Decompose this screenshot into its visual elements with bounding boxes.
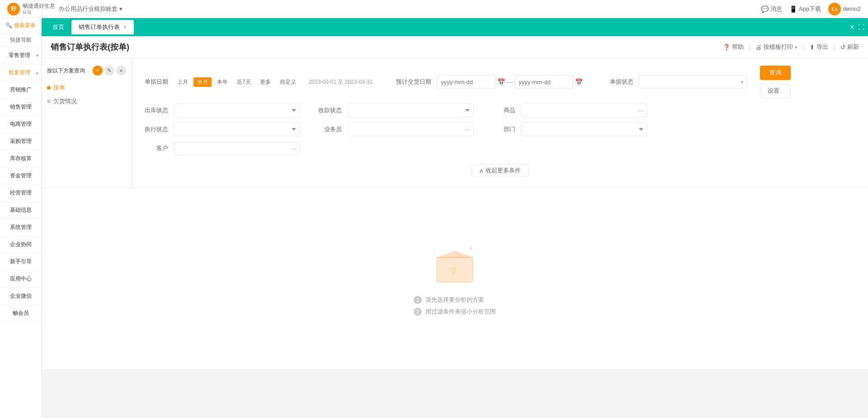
step-2-text: 用过滤条件来缩小分析范围 — [425, 308, 496, 316]
breadcrumb-text: 办公用品行业模拟账套 — [59, 5, 118, 13]
customer-more-btn[interactable]: ··· — [291, 145, 297, 152]
app-download-btn[interactable]: 📱 App下载 — [789, 5, 821, 13]
home-tab-label: 首页 — [52, 23, 64, 31]
inactive-dot — [47, 100, 51, 103]
help-btn[interactable]: ❓ 帮助 — [723, 43, 744, 51]
date-tab-custom[interactable]: 自定义 — [276, 77, 300, 87]
filter-sub-item-backorder[interactable]: 欠货情况 — [47, 95, 126, 108]
filter-sub-item-orders[interactable]: 按单 — [47, 81, 126, 95]
header-right: 💬 消息 📱 App下载 Ea demo2 — [761, 3, 861, 15]
collapse-icon: « — [120, 67, 123, 74]
product-label: 商品 — [488, 106, 515, 114]
customer-field: ··· — [174, 142, 300, 155]
print-btn[interactable]: 🖨 按模板打印 ▾ — [756, 43, 797, 51]
sidebar-item-system[interactable]: 系统管理 — [0, 219, 41, 236]
expected-date-end[interactable] — [514, 75, 573, 89]
logo-area: 好 畅捷通好生意 标版 — [7, 3, 55, 15]
dept-select[interactable] — [521, 123, 647, 136]
sidebar-quick-nav[interactable]: 快捷导航 — [0, 33, 41, 47]
step-1-text: 请先选择要分析的方案 — [425, 296, 484, 304]
sidebar-item-apps[interactable]: 应用中心 — [0, 271, 41, 288]
query-button[interactable]: 查询 — [760, 66, 791, 80]
date-tab-this-year[interactable]: 本年 — [213, 77, 231, 87]
breadcrumb: 办公用品行业模拟账套 ▾ — [59, 5, 123, 13]
print-icon: 🖨 — [756, 44, 762, 51]
date-tab-this-month[interactable]: 本月 — [193, 77, 212, 87]
logo-main-text: 畅捷通好生意 — [23, 3, 55, 9]
sidebar-item-inventory[interactable]: 库存核算 — [0, 150, 41, 167]
export-btn[interactable]: ⬆ 导出 — [810, 43, 828, 51]
sidebar-item-basics[interactable]: 基础信息 — [0, 202, 41, 219]
refresh-btn[interactable]: ↺ 刷新 — [840, 43, 859, 51]
tab-maximize-btn[interactable]: ⛶ — [858, 24, 864, 31]
edit-scheme-btn[interactable]: ✎ — [104, 66, 114, 76]
sidebar-item-retail[interactable]: 零售管理 ▾ — [0, 47, 41, 64]
filter-left-header: 按以下方案查询 + ✎ « — [47, 66, 126, 76]
date-tab-7days[interactable]: 近7天 — [233, 77, 255, 87]
svg-text:✦: ✦ — [468, 245, 474, 252]
out-status-label: 出库状态 — [141, 106, 168, 114]
breadcrumb-arrow[interactable]: ▾ — [119, 5, 123, 12]
print-label: 按模板打印 — [764, 43, 793, 51]
date-tab-last-month[interactable]: 上月 — [174, 77, 192, 87]
add-scheme-btn[interactable]: + — [93, 66, 103, 76]
dept-field — [521, 123, 647, 136]
customer-input[interactable] — [174, 142, 300, 155]
collect-status-select[interactable] — [347, 104, 474, 117]
out-status-select[interactable] — [174, 104, 300, 117]
calendar-icon-end[interactable]: 📅 — [575, 78, 583, 86]
sidebar-item-member[interactable]: 畅会员 — [0, 305, 41, 322]
user-area[interactable]: Ea demo2 — [828, 3, 861, 15]
sidebar-item-operations[interactable]: 经营管理 — [0, 185, 41, 202]
logo-icon: 好 — [7, 3, 20, 15]
collapse-btn[interactable]: ∧ 收起更多条件 — [472, 164, 528, 177]
tab-close-btn[interactable]: × — [123, 24, 127, 30]
expected-date-start[interactable] — [437, 75, 495, 89]
message-label: 消息 — [770, 5, 782, 13]
salesman-input[interactable] — [347, 123, 474, 136]
tab-sales-exec[interactable]: 销售订单执行表 × — [71, 20, 134, 34]
sidebar-item-purchase-label: 采购管理 — [3, 138, 38, 145]
customer-label: 客户 — [141, 144, 168, 152]
sidebar-item-sales[interactable]: 销售管理 — [0, 99, 41, 116]
tab-controls: × ⛶ — [849, 23, 864, 32]
user-name: demo2 — [843, 5, 861, 12]
page-actions: ❓ 帮助 | 🖨 按模板打印 ▾ | ⬆ 导出 | — [723, 43, 859, 51]
salesman-label: 业务员 — [315, 125, 342, 133]
exec-status-label: 执行状态 — [141, 125, 168, 133]
filter-row-2: 出库状态 收款状态 商品 ··· — [141, 104, 859, 117]
sidebar-item-finance-label: 资金管理 — [3, 172, 38, 180]
date-tab-more[interactable]: 更多 — [256, 77, 274, 87]
export-label: 导出 — [816, 43, 828, 51]
status-select[interactable]: ▾ — [639, 75, 747, 89]
collapse-scheme-btn[interactable]: « — [116, 66, 126, 76]
filter-row-1: 单据日期 上月 本月 本年 近7天 更多 自定义 2023-03-01 至 20… — [141, 66, 859, 98]
exec-status-select[interactable] — [174, 123, 300, 136]
sidebar-item-enterprise[interactable]: 企业协同 — [0, 236, 41, 253]
tab-minimize-btn[interactable]: × — [849, 23, 854, 32]
tab-home[interactable]: 首页 — [45, 20, 71, 34]
help-label: 帮助 — [732, 43, 744, 51]
sidebar-item-wholesale[interactable]: 批发管理 ▴ — [0, 64, 41, 81]
message-btn[interactable]: 💬 消息 — [761, 5, 782, 13]
divider1: | — [749, 44, 750, 51]
sidebar-item-enterprise-label: 企业协同 — [3, 241, 38, 248]
sidebar-item-wechat[interactable]: 企业微信 — [0, 288, 41, 305]
salesman-more-btn[interactable]: ··· — [465, 126, 470, 133]
setting-button[interactable]: 设置 — [760, 84, 791, 98]
sidebar-item-basics-label: 基础信息 — [3, 206, 38, 214]
sidebar-item-guide[interactable]: 新手引导 — [0, 253, 41, 271]
sidebar-item-marketing[interactable]: 营销推广 — [0, 81, 41, 99]
logo-sub-text: 标版 — [23, 10, 55, 15]
calendar-icon-start[interactable]: 📅 — [497, 78, 505, 86]
empty-step-1: 1 请先选择要分析的方案 — [414, 296, 496, 304]
active-dot — [47, 86, 51, 90]
sidebar-item-purchase[interactable]: 采购管理 — [0, 133, 41, 150]
collect-status-field — [347, 104, 474, 117]
product-input[interactable] — [521, 104, 647, 117]
product-more-btn[interactable]: ··· — [638, 107, 644, 114]
edit-icon: ✎ — [107, 67, 112, 74]
sidebar-item-finance[interactable]: 资金管理 — [0, 167, 41, 185]
sidebar-item-ecommerce[interactable]: 电商管理 — [0, 116, 41, 133]
sidebar-search[interactable]: 🔍 搜索菜单 — [0, 18, 41, 33]
